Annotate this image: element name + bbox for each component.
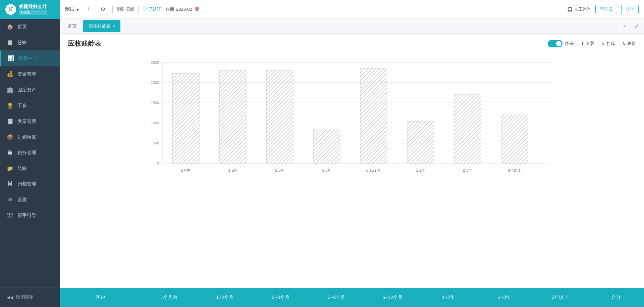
svg-text:0: 0 bbox=[157, 161, 159, 165]
sidebar-logo[interactable]: 好 畅捷通好会计 专业版 bbox=[0, 0, 60, 19]
sidebar-item-reports[interactable]: 📊 报表中心 bbox=[0, 50, 60, 66]
logo-edition: 专业版 bbox=[19, 10, 47, 15]
manager-button[interactable]: 管理员 bbox=[595, 5, 617, 14]
svg-text:1500: 1500 bbox=[151, 101, 159, 105]
pin-icon: ◀◀ bbox=[7, 295, 13, 300]
sidebar-bottom: ◀◀ 取消固定 bbox=[0, 287, 60, 307]
bar-1-2月[interactable] bbox=[219, 70, 246, 163]
chart-container: 0 500 1000 1500 2000 2500 1月内 1-2月 2-3月 bbox=[60, 52, 644, 288]
settings-button[interactable]: ⚙ bbox=[98, 4, 108, 15]
logo-main: 畅捷通好会计 bbox=[19, 4, 47, 9]
sidebar-item-home[interactable]: 🏠 首页 bbox=[0, 19, 60, 35]
sidebar-item-label: 进销台账 bbox=[17, 134, 36, 140]
headset-icon: 🎧 bbox=[567, 7, 573, 12]
sidebar-item-payroll[interactable]: 👷 工资 bbox=[0, 98, 60, 114]
bar-1-2年[interactable] bbox=[407, 121, 434, 163]
col-total: 合计 bbox=[588, 295, 644, 301]
calendar-icon: 📅 bbox=[194, 7, 200, 12]
content-scroll[interactable]: 应收账龄表 图表 ⬇ 下载 🖨 打印 ↻ bbox=[60, 34, 644, 307]
sidebar: 好 畅捷通好会计 专业版 🏠 首页 📋 总账 📊 报表中心 💰 资金管理 🏢 固… bbox=[0, 0, 60, 307]
manager-label: 管理员 bbox=[600, 7, 613, 12]
sidebar-item-label: 结账 bbox=[17, 166, 27, 172]
sidebar-item-invoice[interactable]: 🧾 发票管理 bbox=[0, 114, 60, 129]
assets-icon: 🏢 bbox=[7, 87, 13, 93]
close-window-button[interactable]: × bbox=[620, 21, 629, 31]
tab-aging[interactable]: 应收账龄表 × bbox=[83, 20, 120, 32]
sidebar-item-settings[interactable]: ⚙ 设置 bbox=[0, 192, 60, 208]
svg-text:2-3月: 2-3月 bbox=[275, 168, 284, 172]
sidebar-item-label: 归档管理 bbox=[17, 181, 36, 187]
sidebar-item-funds[interactable]: 💰 资金管理 bbox=[0, 66, 60, 82]
bar-2-3年[interactable] bbox=[454, 95, 481, 163]
bar-1月内[interactable] bbox=[172, 74, 199, 163]
bar-3-6月[interactable] bbox=[313, 129, 340, 163]
close-period-icon: 📁 bbox=[7, 165, 13, 172]
sidebar-pin-button[interactable]: ◀◀ 取消固定 bbox=[0, 291, 60, 304]
col-2-3m: 2~3个月 bbox=[253, 295, 309, 301]
sidebar-item-guide[interactable]: 🎬 新手引导 bbox=[0, 208, 60, 223]
table-header: 客户 1个月内 1~2个月 2~3个月 3~6个月 6~12个月 bbox=[60, 288, 644, 307]
aging-tab-label: 应收账龄表 bbox=[89, 23, 110, 29]
topbar: 测试 ▾ + ⚙ 切到旧版 🛡 已认证 账期 2023-02 📅 🎧 人工咨询 … bbox=[60, 0, 644, 19]
sidebar-item-assets[interactable]: 🏢 固定资产 bbox=[0, 82, 60, 98]
payroll-icon: 👷 bbox=[7, 102, 13, 109]
sidebar-scroll: 🏠 首页 📋 总账 📊 报表中心 💰 资金管理 🏢 固定资产 👷 工资 🧾 发票… bbox=[0, 19, 60, 287]
sidebar-item-label: 报表中心 bbox=[18, 55, 37, 61]
sidebar-item-close[interactable]: 📁 结账 bbox=[0, 161, 60, 176]
tax-icon: 🏛 bbox=[7, 150, 13, 156]
add-icon: + bbox=[87, 6, 90, 13]
sidebar-item-archive[interactable]: 🗄 归档管理 bbox=[0, 176, 60, 192]
bar-3年以上[interactable] bbox=[501, 115, 528, 163]
sidebar-item-tax[interactable]: 🏛 税务管理 bbox=[0, 145, 60, 161]
ledger-icon: 📋 bbox=[7, 39, 13, 46]
print-button[interactable]: 🖨 打印 bbox=[601, 41, 615, 47]
home-icon: 🏠 bbox=[7, 24, 13, 30]
tab-home[interactable]: 首页 bbox=[62, 20, 82, 32]
fullscreen-icon: ⤢ bbox=[635, 23, 639, 29]
chart-toggle[interactable] bbox=[548, 40, 562, 47]
consult-button[interactable]: 🎧 人工咨询 bbox=[567, 6, 591, 12]
refresh-label: 刷新 bbox=[627, 41, 636, 47]
add-button[interactable]: + bbox=[83, 4, 94, 15]
download-button[interactable]: ⬇ 下载 bbox=[581, 41, 594, 47]
accountant-label: 会计 bbox=[626, 7, 634, 12]
sidebar-item-label: 设置 bbox=[17, 197, 27, 203]
shield-icon: 🛡 bbox=[143, 7, 147, 12]
old-version-button[interactable]: 切到旧版 bbox=[112, 5, 139, 14]
col-1-2y: 1~2年 bbox=[420, 295, 476, 301]
consult-label: 人工咨询 bbox=[574, 6, 591, 12]
logo-icon: 好 bbox=[5, 4, 16, 15]
print-icon: 🖨 bbox=[601, 41, 605, 46]
reports-icon: 📊 bbox=[8, 55, 14, 61]
period-value: 2023-02 bbox=[176, 7, 192, 12]
certified-label: 已认证 bbox=[148, 6, 161, 12]
settings-icon: ⚙ bbox=[7, 196, 13, 203]
guide-icon: 🎬 bbox=[7, 212, 13, 219]
svg-text:2500: 2500 bbox=[151, 60, 159, 64]
svg-text:6-12个月: 6-12个月 bbox=[366, 168, 381, 172]
gear-icon: ⚙ bbox=[100, 6, 106, 13]
svg-text:1-2月: 1-2月 bbox=[228, 168, 237, 172]
sidebar-item-ledger[interactable]: 📋 总账 bbox=[0, 35, 60, 50]
sidebar-item-label: 资金管理 bbox=[17, 71, 36, 77]
fullscreen-button[interactable]: ⤢ bbox=[632, 21, 641, 31]
svg-text:3-6月: 3-6月 bbox=[322, 168, 331, 172]
sidebar-item-inventory[interactable]: 📦 进销台账 bbox=[0, 129, 60, 145]
tabs-actions: × ⤢ bbox=[620, 21, 641, 31]
company-selector[interactable]: 测试 ▾ bbox=[65, 6, 79, 12]
svg-text:500: 500 bbox=[153, 141, 159, 145]
pin-label: 取消固定 bbox=[16, 294, 34, 300]
refresh-button[interactable]: ↻ 刷新 bbox=[622, 41, 636, 47]
certified-badge: 🛡 已认证 bbox=[143, 6, 161, 12]
download-icon: ⬇ bbox=[581, 41, 584, 46]
bar-6-12月[interactable] bbox=[360, 69, 387, 163]
bar-2-3月[interactable] bbox=[266, 70, 293, 163]
sidebar-item-label: 工资 bbox=[17, 103, 27, 109]
period-text: 账期 bbox=[165, 6, 174, 12]
period-selector[interactable]: 账期 2023-02 📅 bbox=[165, 6, 200, 12]
col-customer: 客户 bbox=[60, 295, 141, 301]
page-actions: 图表 ⬇ 下载 🖨 打印 ↻ 刷新 bbox=[548, 40, 636, 47]
tab-close-icon[interactable]: × bbox=[112, 24, 115, 29]
accountant-button[interactable]: 会计 bbox=[621, 5, 639, 14]
col-6-12m: 6~12个月 bbox=[365, 295, 421, 301]
